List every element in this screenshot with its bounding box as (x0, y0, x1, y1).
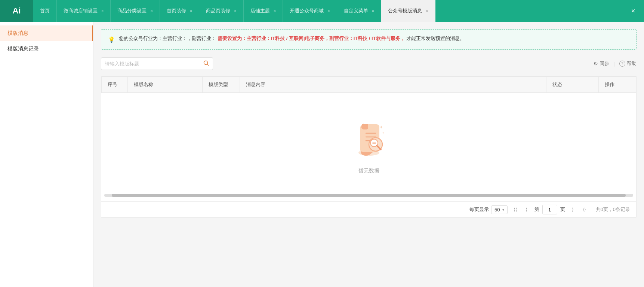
sync-label: 同步 (600, 60, 609, 67)
page-suffix: 页 (560, 206, 565, 213)
tab-wechat-mall-close[interactable]: × (327, 9, 330, 13)
tab-homepage-close[interactable]: × (190, 9, 192, 13)
col-header-status: 状态 (546, 77, 599, 93)
tab-template-msg-label: 公众号模版消息 (388, 7, 422, 14)
sidebar-item-template-msg-log-label: 模版消息记录 (7, 46, 39, 52)
tab-template-msg[interactable]: 公众号模版消息 × (381, 0, 435, 22)
table-container: 序号 模版名称 模版类型 消息内容 状态 操作 (101, 76, 637, 218)
content-area: 💡 您的公众号行业为：主营行业：，副营行业： 需要设置为：主营行业：IT科技 /… (93, 22, 644, 287)
help-label: 帮助 (627, 60, 637, 67)
scroll-thumb[interactable] (112, 194, 626, 197)
tab-template-msg-close[interactable]: × (426, 9, 428, 13)
pagination: 每页显示 50 ▾ ⟨⟨ ⟨ 第 页 ⟩ ⟩⟩ 共0页，0条记录 (101, 201, 636, 217)
tab-theme-close[interactable]: × (274, 9, 276, 13)
tab-weishop-close[interactable]: × (101, 9, 104, 13)
tab-weishop-label: 微商城店铺设置 (64, 7, 98, 14)
top-nav: Ai 首页 微商城店铺设置 × 商品分类设置 × 首页装修 × 商品页装修 × … (0, 0, 644, 22)
notice-content: 您的公众号行业为：主营行业：，副营行业： 需要设置为：主营行业：IT科技 / 互… (119, 35, 465, 43)
tab-home[interactable]: 首页 (33, 0, 57, 22)
tab-wechat-mall[interactable]: 开通公众号商城 × (283, 0, 337, 22)
page-size-dropdown[interactable]: 50 ▾ (491, 205, 507, 214)
horizontal-scrollbar[interactable] (101, 189, 636, 201)
empty-state: ✦ ✦ 暂无数据 (101, 93, 636, 189)
tab-homepage[interactable]: 首页装修 × (160, 0, 199, 22)
empty-illustration: ✦ ✦ (346, 115, 391, 160)
total-info: 共0页，0条记录 (596, 206, 630, 213)
col-header-type: 模版类型 (203, 77, 240, 93)
empty-icon: ✦ ✦ (346, 115, 391, 160)
chevron-down-icon: ▾ (502, 208, 504, 212)
last-page-button[interactable]: ⟩⟩ (579, 205, 589, 214)
tab-category-label: 商品分类设置 (117, 7, 147, 14)
notice-suffix: 才能正常发送预置的消息。 (406, 36, 465, 41)
tab-weishop[interactable]: 微商城店铺设置 × (57, 0, 111, 22)
sync-button[interactable]: ↻ 同步 (594, 60, 609, 67)
notice-highlight: 需要设置为：主营行业：IT科技 / 互联网|电子商务，副营行业：IT科技 / I… (218, 36, 405, 41)
sidebar-item-template-msg-log[interactable]: 模版消息记录 (0, 41, 93, 57)
table-header-row: 序号 模版名称 模版类型 消息内容 状态 操作 (102, 77, 636, 93)
search-input-wrap[interactable] (101, 57, 213, 70)
prev-page-button[interactable]: ⟨ (522, 205, 531, 214)
tab-home-label: 首页 (40, 7, 50, 14)
empty-text: 暂无数据 (358, 168, 379, 174)
tab-theme[interactable]: 店铺主题 × (244, 0, 283, 22)
svg-text:✦: ✦ (382, 131, 385, 135)
tab-category[interactable]: 商品分类设置 × (111, 0, 160, 22)
first-page-button[interactable]: ⟨⟨ (511, 205, 520, 214)
page-size-value: 50 (494, 207, 500, 213)
search-icon (203, 60, 209, 66)
search-input[interactable] (105, 61, 203, 67)
svg-text:✦: ✦ (379, 125, 383, 130)
scroll-track (104, 194, 633, 197)
svg-line-1 (207, 64, 209, 66)
tab-custom-menu[interactable]: 自定义菜单 × (337, 0, 381, 22)
notice-box: 💡 您的公众号行业为：主营行业：，副营行业： 需要设置为：主营行业：IT科技 /… (101, 29, 637, 50)
help-button[interactable]: ? 帮助 (619, 60, 637, 67)
notice-prefix: 您的公众号行业为：主营行业：，副营行业： (119, 36, 216, 41)
tab-product-page-label: 商品页装修 (206, 7, 230, 14)
page-prefix: 第 (534, 206, 539, 213)
search-button[interactable] (203, 60, 209, 67)
page-nav: ⟨⟨ ⟨ 第 页 ⟩ ⟩⟩ (511, 205, 589, 214)
sidebar: 模版消息 模版消息记录 (0, 22, 93, 287)
sidebar-item-template-msg-label: 模版消息 (7, 30, 28, 36)
help-icon: ? (619, 61, 625, 67)
app-logo: Ai (0, 0, 33, 22)
nav-tabs: 首页 微商城店铺设置 × 商品分类设置 × 首页装修 × 商品页装修 × 店铺主… (33, 0, 622, 22)
page-input[interactable] (542, 205, 557, 214)
col-header-content: 消息内容 (240, 77, 546, 93)
data-table: 序号 模版名称 模版类型 消息内容 状态 操作 (101, 76, 636, 93)
tab-product-page[interactable]: 商品页装修 × (199, 0, 243, 22)
col-header-action: 操作 (599, 77, 636, 93)
page-size-label: 每页显示 (469, 206, 489, 213)
sidebar-item-template-msg[interactable]: 模版消息 (0, 25, 93, 41)
next-page-button[interactable]: ⟩ (568, 205, 578, 214)
toolbar-right: ↻ 同步 | ? 帮助 (594, 60, 637, 67)
global-close-button[interactable]: × (622, 0, 644, 22)
col-header-name: 模版名称 (128, 77, 203, 93)
main-layout: 模版消息 模版消息记录 💡 您的公众号行业为：主营行业：，副营行业： 需要设置为… (0, 22, 644, 287)
tab-homepage-label: 首页装修 (167, 7, 186, 14)
tab-theme-label: 店铺主题 (250, 7, 270, 14)
tab-category-close[interactable]: × (150, 9, 152, 13)
notice-icon: 💡 (108, 35, 115, 44)
table-scroll[interactable]: 序号 模版名称 模版类型 消息内容 状态 操作 (101, 76, 636, 93)
tab-custom-menu-label: 自定义菜单 (344, 7, 368, 14)
toolbar-divider: | (614, 61, 615, 67)
col-header-index: 序号 (102, 77, 128, 93)
refresh-icon: ↻ (594, 61, 598, 67)
search-bar: ↻ 同步 | ? 帮助 (101, 57, 637, 70)
tab-wechat-mall-label: 开通公众号商城 (290, 7, 324, 14)
tab-custom-menu-close[interactable]: × (372, 9, 374, 13)
tab-product-page-close[interactable]: × (234, 9, 236, 13)
page-size-select: 每页显示 50 ▾ (469, 205, 507, 214)
